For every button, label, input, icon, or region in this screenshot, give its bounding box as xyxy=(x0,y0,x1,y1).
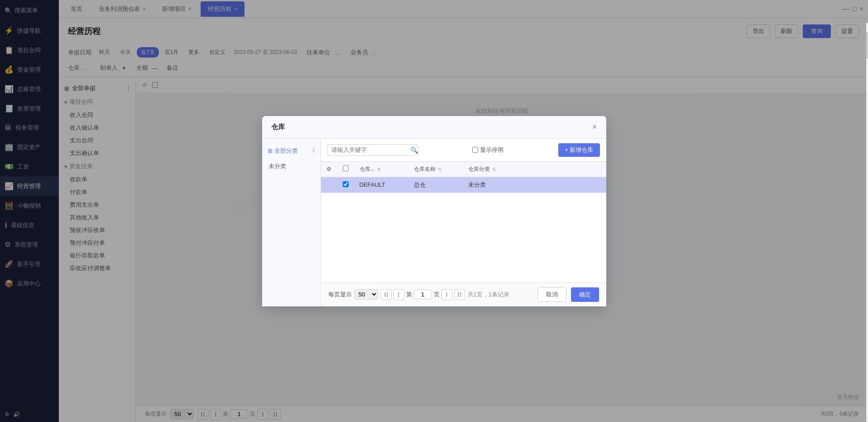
confirm-button[interactable]: 确定 xyxy=(571,287,599,302)
search-box: 🔍 xyxy=(327,144,418,156)
col-checkbox-header[interactable] xyxy=(337,162,354,177)
prev-page-button[interactable]: ⟨ xyxy=(393,289,404,300)
dialog-actions: 取消 确定 xyxy=(537,287,599,302)
dialog-content: 🔍 显示停用 + 新增仓库 ⚙ xyxy=(321,139,606,306)
dialog-body: ⊞ 全部分类 《 未分类 🔍 xyxy=(262,139,606,306)
last-page-button[interactable]: ⟩⟩ xyxy=(454,289,465,300)
dialog-title: 仓库 xyxy=(271,123,285,131)
row-name: 总仓 xyxy=(408,177,463,193)
col-settings-header[interactable]: ⚙ xyxy=(321,162,337,177)
search-icon: 🔍 xyxy=(410,146,418,154)
col-code-header[interactable]: 仓库... ⇅ xyxy=(354,162,408,177)
select-all-checkbox[interactable] xyxy=(343,165,349,171)
row-select-checkbox[interactable] xyxy=(343,181,349,187)
page-nav: ⟨⟨ ⟨ 第 页 ⟩ ⟩⟩ xyxy=(381,289,465,300)
col-code-sort-icon: ⇅ xyxy=(377,167,381,172)
modal-overlay[interactable]: 仓库 × ⊞ 全部分类 《 未分类 xyxy=(0,0,868,422)
col-category-label: 仓库分类 xyxy=(468,166,490,172)
show-disabled-checkbox[interactable] xyxy=(472,147,478,153)
page-text: 页 xyxy=(434,291,440,299)
dialog-header: 仓库 × xyxy=(262,116,606,139)
dialog-table: ⚙ 仓库... ⇅ 仓库名称 ⇅ xyxy=(321,162,606,282)
row-checkbox[interactable] xyxy=(337,177,354,193)
warehouse-dialog: 仓库 × ⊞ 全部分类 《 未分类 xyxy=(262,116,606,306)
category-icon: ⊞ xyxy=(268,147,273,154)
page-size-label: 每页显示 xyxy=(328,291,352,299)
col-category-header[interactable]: 仓库分类 ⇅ xyxy=(463,162,606,177)
col-category-sort-icon: ⇅ xyxy=(492,167,496,172)
search-input[interactable] xyxy=(331,146,408,153)
page-size-select[interactable]: 50 10 20 100 xyxy=(355,289,378,300)
dialog-sidebar-header: ⊞ 全部分类 《 xyxy=(262,143,321,159)
row-code: DEFAULT xyxy=(354,177,408,193)
col-code-label: 仓库... xyxy=(360,166,375,172)
show-disabled-label[interactable]: 显示停用 xyxy=(472,146,504,154)
add-warehouse-button[interactable]: + 新增仓库 xyxy=(558,143,599,157)
table-header-row: ⚙ 仓库... ⇅ 仓库名称 ⇅ xyxy=(321,162,606,177)
page-label: 第 xyxy=(406,291,412,299)
page-input[interactable] xyxy=(414,290,432,299)
dialog-sidebar-collapse[interactable]: 《 xyxy=(310,147,315,155)
pagination: 每页显示 50 10 20 100 ⟨⟨ ⟨ 第 页 xyxy=(328,289,509,300)
dialog-toolbar: 🔍 显示停用 + 新增仓库 xyxy=(321,139,606,162)
next-page-button[interactable]: ⟩ xyxy=(441,289,452,300)
row-category: 未分类 xyxy=(463,177,606,193)
col-name-sort-icon: ⇅ xyxy=(438,167,441,172)
table-row[interactable]: DEFAULT 总仓 未分类 xyxy=(321,177,606,193)
show-disabled-text: 显示停用 xyxy=(480,146,504,154)
row-settings xyxy=(321,177,337,193)
dialog-sidebar: ⊞ 全部分类 《 未分类 xyxy=(262,139,321,306)
dialog-sidebar-uncategorized[interactable]: 未分类 xyxy=(262,159,321,174)
warehouse-table: ⚙ 仓库... ⇅ 仓库名称 ⇅ xyxy=(321,162,606,193)
page-info: 共1页，1条记录 xyxy=(468,291,509,299)
col-name-label: 仓库名称 xyxy=(414,166,436,172)
dialog-footer: 每页显示 50 10 20 100 ⟨⟨ ⟨ 第 页 xyxy=(321,282,606,306)
first-page-button[interactable]: ⟨⟨ xyxy=(381,289,392,300)
cancel-button[interactable]: 取消 xyxy=(537,287,566,302)
dialog-close-button[interactable]: × xyxy=(592,122,597,132)
col-name-header[interactable]: 仓库名称 ⇅ xyxy=(408,162,463,177)
all-category-label: 全部分类 xyxy=(274,147,298,155)
